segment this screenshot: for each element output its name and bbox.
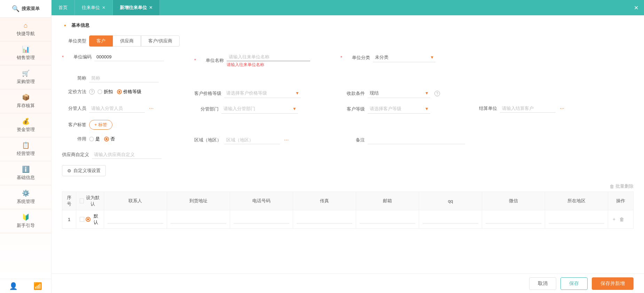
category-value: 未分类 bbox=[373, 53, 430, 62]
sidebar-item-guide[interactable]: 🔰 新手引导 bbox=[0, 209, 51, 233]
category-select[interactable]: 未分类 ▼ bbox=[373, 53, 435, 62]
code-name-category-row: * 单位编码 * 单位名称 请输入往来单位名称 * 单位分类 bbox=[62, 53, 634, 68]
row-phone[interactable] bbox=[230, 210, 293, 229]
tab-partners-close[interactable]: ✕ bbox=[102, 5, 105, 10]
tab-new-partner-close[interactable]: ✕ bbox=[149, 5, 152, 10]
sidebar-item-quick-nav[interactable]: ⌂ 快捷导航 bbox=[0, 18, 51, 41]
pricing-help-icon[interactable]: ? bbox=[89, 89, 95, 95]
category-field: * 单位分类 未分类 ▼ bbox=[340, 53, 634, 62]
tags-label: 客户标签 bbox=[62, 122, 86, 128]
sidebar-item-inventory-label: 库存核算 bbox=[17, 103, 35, 109]
sidebar-item-system-label: 系统管理 bbox=[17, 198, 35, 205]
type-btn-customer[interactable]: 客户 bbox=[89, 35, 113, 47]
department-select[interactable]: 请输入分管部门 ▼ bbox=[221, 104, 298, 114]
tags-field: 客户标签 + 标签 bbox=[62, 120, 634, 130]
search-icon: 🔍 bbox=[12, 5, 19, 13]
col-wechat: 微信 bbox=[482, 192, 545, 210]
name-input[interactable] bbox=[227, 53, 310, 61]
disabled-no-radio bbox=[104, 137, 109, 141]
supplier-custom-input[interactable] bbox=[92, 150, 162, 159]
batch-delete-button[interactable]: 🗑 批量删除 bbox=[610, 183, 634, 189]
tab-new-partner[interactable]: 新增往来单位 ✕ bbox=[113, 0, 160, 15]
payment-terms-select[interactable]: 现结 ▼ bbox=[368, 89, 430, 98]
tab-home[interactable]: 首页 bbox=[52, 0, 75, 15]
content-area: 🔸 基本信息 单位类型 客户 供应商 客户/供应商 * 单位编码 bbox=[52, 15, 644, 293]
sidebar-item-guide-label: 新手引导 bbox=[17, 222, 35, 229]
sidebar: 🔍 搜索菜单 ⌂ 快捷导航 📊 销售管理 🛒 采购管理 📦 库存核算 💰 资金管… bbox=[0, 0, 52, 293]
settlement-dots-icon[interactable]: ··· bbox=[558, 105, 566, 112]
short-name-input[interactable] bbox=[89, 74, 159, 82]
pricing-discount-label: 折扣 bbox=[104, 89, 113, 95]
contacts-table-section: 🗑 批量删除 序号 设为默认 联系人 到货 bbox=[62, 183, 634, 229]
bottom-bar: 取消 保存 保存并新增 bbox=[52, 274, 644, 293]
sidebar-item-sales-label: 销售管理 bbox=[17, 55, 35, 61]
disabled-yes[interactable]: 是 bbox=[89, 136, 100, 142]
row-region[interactable] bbox=[545, 210, 608, 229]
disabled-yes-radio bbox=[89, 137, 94, 141]
sidebar-item-basic-info-label: 基础信息 bbox=[17, 174, 35, 181]
fax-input[interactable] bbox=[297, 215, 352, 223]
footer-icon-2[interactable]: 📶 bbox=[33, 282, 42, 290]
row-address[interactable] bbox=[167, 210, 230, 229]
delete-icon: 🗑 bbox=[610, 184, 614, 189]
customer-price-placeholder: 请选择客户价格等级 bbox=[224, 89, 295, 98]
row-default: 默认 bbox=[76, 210, 104, 229]
tab-bar: 首页 往来单位 ✕ 新增往来单位 ✕ ✕ bbox=[52, 0, 644, 15]
wechat-input[interactable] bbox=[486, 215, 541, 223]
row-wechat[interactable] bbox=[482, 210, 545, 229]
row-email[interactable] bbox=[356, 210, 419, 229]
row-checkbox[interactable] bbox=[80, 217, 84, 222]
cancel-button[interactable]: 取消 bbox=[529, 277, 556, 290]
sidebar-item-finance[interactable]: 💰 资金管理 bbox=[0, 113, 51, 137]
code-label: 单位编码 bbox=[67, 54, 92, 60]
row-qq[interactable] bbox=[419, 210, 482, 229]
manager-dots-icon[interactable]: ··· bbox=[148, 105, 155, 112]
code-input[interactable] bbox=[94, 53, 164, 61]
region-dots-icon[interactable]: ··· bbox=[283, 137, 290, 143]
note-input[interactable] bbox=[368, 136, 465, 144]
sidebar-item-operations[interactable]: 📋 经营管理 bbox=[0, 137, 51, 161]
footer-icon-1[interactable]: 👤 bbox=[9, 282, 18, 290]
email-input[interactable] bbox=[360, 215, 415, 223]
pricing-discount[interactable]: 折扣 bbox=[97, 89, 113, 95]
tab-partners[interactable]: 往来单位 ✕ bbox=[75, 0, 113, 15]
save-new-button[interactable]: 保存并新增 bbox=[592, 277, 634, 290]
type-btn-both[interactable]: 客户/供应商 bbox=[141, 35, 180, 47]
customer-price-select[interactable]: 请选择客户价格等级 ▼ bbox=[224, 89, 301, 98]
select-all-checkbox[interactable] bbox=[80, 198, 84, 203]
col-default: 设为默认 bbox=[76, 192, 104, 210]
sidebar-item-purchase[interactable]: 🛒 采购管理 bbox=[0, 65, 51, 89]
phone-input[interactable] bbox=[234, 215, 289, 223]
row-region-input[interactable] bbox=[549, 215, 604, 223]
pricing-field: 定价方法 ? 折扣 价格等级 bbox=[62, 89, 194, 95]
payment-terms-help-icon[interactable]: ? bbox=[434, 91, 440, 96]
sidebar-item-inventory[interactable]: 📦 库存核算 bbox=[0, 89, 51, 113]
sidebar-item-sales[interactable]: 📊 销售管理 bbox=[0, 41, 51, 65]
disabled-no[interactable]: 否 bbox=[104, 136, 115, 142]
settlement-input[interactable] bbox=[500, 104, 556, 113]
tab-close-all[interactable]: ✕ bbox=[628, 5, 644, 11]
row-fax[interactable] bbox=[293, 210, 356, 229]
qq-input[interactable] bbox=[423, 215, 478, 223]
row-default-radio[interactable]: 默认 bbox=[86, 213, 100, 226]
type-btn-supplier[interactable]: 供应商 bbox=[113, 35, 141, 47]
save-button[interactable]: 保存 bbox=[560, 277, 588, 290]
row-delete-button[interactable]: 🗑 bbox=[619, 217, 624, 222]
sidebar-footer: 👤 📶 bbox=[0, 279, 51, 293]
sidebar-search[interactable]: 🔍 搜索菜单 bbox=[0, 0, 51, 18]
payment-terms-field: 收款条件 现结 ▼ ? bbox=[340, 89, 634, 98]
contact-input[interactable] bbox=[108, 215, 163, 223]
add-tag-button[interactable]: + 标签 bbox=[89, 120, 112, 130]
custom-settings-button[interactable]: ⚙ 自定义项设置 bbox=[62, 165, 106, 176]
pricing-price-level[interactable]: 价格等级 bbox=[117, 89, 141, 95]
sidebar-item-operations-label: 经营管理 bbox=[17, 150, 35, 157]
sidebar-item-system[interactable]: ⚙️ 系统管理 bbox=[0, 185, 51, 209]
sidebar-item-basic-info[interactable]: ℹ️ 基础信息 bbox=[0, 161, 51, 185]
region-input[interactable] bbox=[224, 136, 280, 144]
address-input[interactable] bbox=[171, 215, 226, 223]
pricing-price-level-radio bbox=[117, 89, 122, 94]
row-contact[interactable] bbox=[104, 210, 167, 229]
row-add-button[interactable]: ＋ bbox=[612, 216, 616, 222]
manager-input[interactable] bbox=[89, 104, 145, 113]
customer-level-select[interactable]: 请选择客户等级 ▼ bbox=[368, 104, 430, 114]
